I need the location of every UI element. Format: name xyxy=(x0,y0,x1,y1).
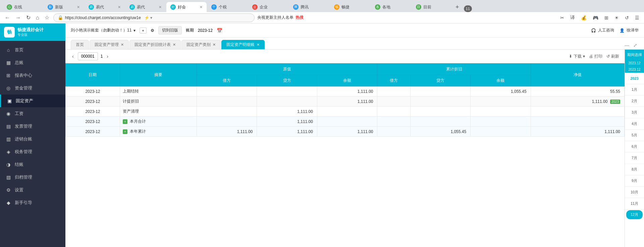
download-button[interactable]: ⬇ 下载 ▾ xyxy=(569,54,585,59)
browser-tab-5[interactable]: 好 好会 ✕ xyxy=(166,2,207,12)
user-area[interactable]: 👤 徐泽华 xyxy=(620,27,639,33)
page-tab-fa-cat[interactable]: 固定资产类别 ✕ xyxy=(181,40,221,49)
sidebar-item-invoice[interactable]: ▤ 发票管理 xyxy=(0,120,65,133)
sidebar-item-funds[interactable]: ◎ 资金管理 xyxy=(0,82,65,95)
company-selector[interactable]: 刘小艳演示账套（勿删勿动！）11 ▾ xyxy=(71,27,136,33)
minimize-icon[interactable]: — xyxy=(623,43,631,48)
scissors-icon[interactable]: ✂ xyxy=(559,15,566,20)
translate-icon[interactable]: 译 xyxy=(569,15,576,21)
address-bar[interactable]: 🔒 https://cloud.chanjet.com/accounting/u… xyxy=(53,13,255,22)
period-label: 账期 xyxy=(186,27,194,33)
sidebar-header: 畅 畅捷通好会计 专业版 xyxy=(0,23,65,41)
browser-tab-10[interactable]: 各 各地 xyxy=(371,2,411,12)
browser-toolbar: ← → ↻ ⌂ ☆ 🔒 https://cloud.chanjet.com/ac… xyxy=(0,12,644,23)
browser-tab-1[interactable]: G 在线 xyxy=(3,2,43,12)
switch-version-button[interactable]: 切到旧版 xyxy=(158,26,182,35)
period-item-4[interactable]: 4月 xyxy=(625,118,644,130)
sidebar-label-ledger: 总账 xyxy=(15,60,23,66)
sidebar-item-home[interactable]: ⌂ 首页 xyxy=(0,44,65,56)
help-area[interactable]: 🎧 人工咨询 xyxy=(591,27,614,33)
row2-badge: 2023 xyxy=(610,100,620,104)
sidebar-item-archive[interactable]: ▧ 归档管理 xyxy=(0,171,65,184)
period-item-11[interactable]: 11月 xyxy=(625,198,644,209)
period-item-3[interactable]: 3月 xyxy=(625,107,644,118)
period-item-12[interactable]: 12月 xyxy=(626,210,643,220)
print-button[interactable]: 🖨 打印 xyxy=(589,54,602,59)
period-item-10[interactable]: 10月 xyxy=(625,187,644,198)
refresh-button[interactable]: ↺ 刷新 xyxy=(606,54,619,59)
sidebar-item-payroll[interactable]: ◉ 工资 xyxy=(0,107,65,120)
table-row: 2023-12 + 本月合计 1,111.00 xyxy=(66,117,625,127)
browser-tab-11[interactable]: 目 目前 xyxy=(412,2,452,12)
row3-date: 2023-12 xyxy=(66,107,120,117)
row4-orig-credit: 1,111.00 xyxy=(257,117,317,127)
game-icon[interactable]: 🎮 xyxy=(591,15,600,20)
page-tab-fa-depr-close[interactable]: ✕ xyxy=(173,43,176,47)
period-item-1[interactable]: 1月 xyxy=(625,84,644,96)
tab-close-2[interactable]: ✕ xyxy=(77,5,80,9)
page-tab-fa-detail[interactable]: 固定资产明细账 ✕ xyxy=(221,40,265,49)
sidebar-item-general-ledger[interactable]: ▦ 总账 xyxy=(0,56,65,69)
account-number-input[interactable] xyxy=(78,52,98,60)
row4-orig-balance xyxy=(317,117,377,127)
period-item-7[interactable]: 7月 xyxy=(625,152,644,164)
period-item-8[interactable]: 8月 xyxy=(625,164,644,175)
th-orig-credit: 贷方 xyxy=(257,75,317,86)
calendar-icon[interactable]: 📅 xyxy=(217,28,222,33)
menu-icon[interactable]: ☰ xyxy=(634,15,641,20)
tab-icon-2: 新 xyxy=(48,4,53,10)
maximize-icon[interactable]: ⤢ xyxy=(632,43,639,48)
th-net-value: 净值 xyxy=(531,64,624,86)
sidebar-item-inventory[interactable]: ▥ 进销台账 xyxy=(0,133,65,145)
back-button[interactable]: ← xyxy=(3,15,11,21)
reload-button[interactable]: ↻ xyxy=(25,14,32,21)
wallet-icon[interactable]: 💰 xyxy=(580,15,588,20)
right-panel: 期间选择 2023.12 2023.12 2023 1月 2月 3月 4月 5月… xyxy=(625,50,644,247)
page-tab-fa-mgmt-close[interactable]: ✕ xyxy=(121,43,124,47)
row4-summary: + 本月合计 xyxy=(120,117,197,127)
period-item-9[interactable]: 9月 xyxy=(625,175,644,187)
tab-close-3[interactable]: ✕ xyxy=(118,5,121,9)
page-tab-fa-detail-close[interactable]: ✕ xyxy=(257,43,260,47)
ledger-table: 日期 摘要 原值 累计折旧 净值 借方 贷方 余额 借方 贷方 余额 xyxy=(65,63,625,137)
period-item-year[interactable]: 2023 xyxy=(625,73,644,84)
period-selected-end: 2023.12 xyxy=(625,66,644,73)
sidebar-item-reports[interactable]: ⊞ 报表中心 xyxy=(0,69,65,82)
forward-button[interactable]: → xyxy=(14,15,22,21)
period-item-5[interactable]: 5月 xyxy=(625,130,644,141)
prev-page-button[interactable]: ‹ xyxy=(71,54,75,59)
period-item-6[interactable]: 6月 xyxy=(625,141,644,152)
browser-tab-8[interactable]: 腾 腾讯 xyxy=(289,2,329,12)
row1-orig-debit xyxy=(197,86,257,97)
browser-tab-7[interactable]: 企 企业 xyxy=(248,2,288,12)
sidebar-item-close[interactable]: ◑ 结账 xyxy=(0,158,65,171)
browser-tab-2[interactable]: 新 新版 ✕ xyxy=(44,2,84,12)
grid-icon[interactable]: ⊞ xyxy=(603,15,610,20)
sidebar-label-tax: 税务管理 xyxy=(15,149,32,155)
new-tab-button[interactable]: + xyxy=(453,2,462,12)
sidebar-item-fixed-assets[interactable]: ▣ 固定资产 xyxy=(0,95,65,107)
bookmark-button[interactable]: ☆ xyxy=(43,14,51,21)
undo-icon[interactable]: ↺ xyxy=(624,15,630,20)
sidebar-item-settings[interactable]: ⚙ 设置 xyxy=(0,184,65,196)
browser-tab-6[interactable]: 个 个税 xyxy=(207,2,248,12)
browser-tab-3[interactable]: 易 易代 ✕ xyxy=(85,2,125,12)
th-orig-debit: 借方 xyxy=(197,75,257,86)
sidebar-item-tax[interactable]: ◈ 税务管理 xyxy=(0,145,65,158)
add-company-button[interactable]: + xyxy=(140,27,146,34)
brightness-icon[interactable]: ☀ xyxy=(613,15,620,20)
sidebar-item-guide[interactable]: ◆ 新手引导 xyxy=(0,196,65,209)
page-tab-fa-cat-close[interactable]: ✕ xyxy=(213,43,216,47)
sidebar-label-invoice: 发票管理 xyxy=(15,123,32,129)
settings-mini-icon[interactable]: ⚙ xyxy=(151,28,154,33)
next-page-button[interactable]: › xyxy=(105,54,110,59)
browser-tab-9[interactable]: 畅 畅捷 xyxy=(330,2,370,12)
tab-close-5[interactable]: ✕ xyxy=(200,5,203,9)
home-button[interactable]: ⌂ xyxy=(35,15,41,21)
period-item-2[interactable]: 2月 xyxy=(625,96,644,107)
page-tab-fa-mgmt[interactable]: 固定资产管理 ✕ xyxy=(90,40,129,49)
tab-close-4[interactable]: ✕ xyxy=(159,5,162,9)
browser-tab-4[interactable]: 易 易代 ✕ xyxy=(125,2,166,12)
page-tab-home[interactable]: 首页 xyxy=(71,40,89,49)
page-tab-fa-depr[interactable]: 固定资产折旧统计表 ✕ xyxy=(129,40,181,49)
